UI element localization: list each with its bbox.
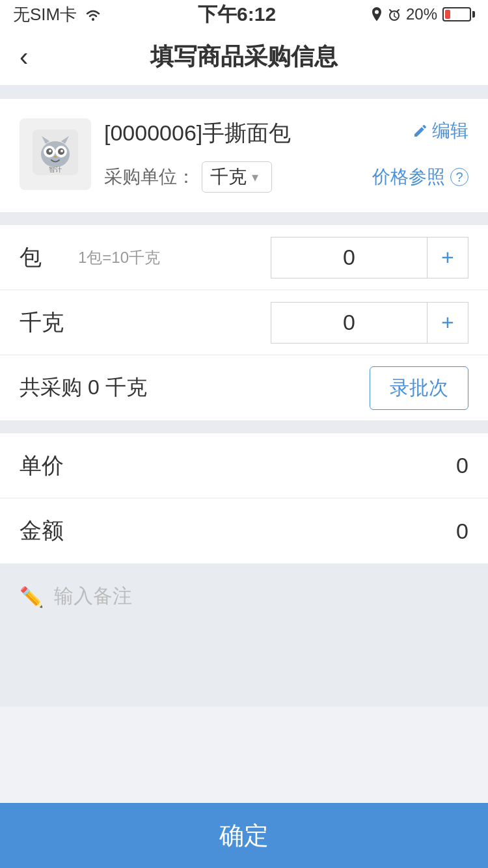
- pencil-icon: ✏️: [20, 586, 44, 608]
- svg-point-9: [61, 150, 63, 152]
- unit-select[interactable]: 千克 ▾: [202, 161, 272, 193]
- status-left: 无SIM卡: [13, 3, 103, 26]
- alarm-icon: [388, 7, 401, 21]
- amount-value: 0: [456, 519, 468, 544]
- bao-quantity-control: +: [271, 237, 468, 278]
- unit-value: 千克: [210, 165, 247, 189]
- unit-label: 采购单位：: [104, 165, 195, 189]
- section-divider-3: [0, 420, 488, 433]
- record-batch-button[interactable]: 录批次: [370, 366, 468, 410]
- back-button[interactable]: ‹: [20, 42, 28, 72]
- amount-label: 金额: [20, 516, 64, 546]
- input-section: 包 1包=10千克 + 千克 +: [0, 225, 488, 355]
- section-divider-1: [0, 86, 488, 99]
- bao-quantity-input[interactable]: [271, 237, 427, 278]
- location-icon: [371, 7, 383, 21]
- status-time: 下午6:12: [198, 1, 276, 28]
- unit-price-value: 0: [456, 453, 468, 478]
- carrier-label: 无SIM卡: [13, 3, 77, 26]
- unit-price-row: 单价 0: [0, 433, 488, 498]
- price-ref-button[interactable]: 价格参照 ?: [372, 165, 468, 189]
- battery-percent: 20%: [406, 5, 437, 23]
- product-unit-row: 采购单位： 千克 ▾ 价格参照 ?: [104, 161, 468, 193]
- kg-quantity-control: +: [271, 302, 468, 344]
- total-label: 共采购 0 千克: [20, 373, 147, 402]
- status-bar: 无SIM卡 下午6:12 20%: [0, 0, 488, 29]
- edit-icon: [413, 123, 428, 139]
- edit-label: 编辑: [432, 118, 468, 143]
- product-image: 智计: [20, 118, 91, 190]
- product-logo: 智计: [33, 129, 78, 179]
- kg-input-row: 千克 +: [0, 290, 488, 355]
- edit-button[interactable]: 编辑: [413, 118, 468, 143]
- wifi-icon: [83, 7, 103, 21]
- remark-placeholder: 输入备注: [54, 583, 132, 610]
- chevron-down-icon: ▾: [252, 169, 258, 185]
- product-card: 智计 [0000006]手撕面包 编辑 采购单位： 千克 ▾ 价格参照: [0, 99, 488, 212]
- bao-label: 包: [20, 243, 72, 273]
- bottom-spacer: [0, 642, 488, 707]
- amount-row: 金额 0: [0, 498, 488, 563]
- product-info: [0000006]手撕面包 编辑 采购单位： 千克 ▾ 价格参照 ?: [104, 118, 468, 193]
- total-row: 共采购 0 千克 录批次: [0, 355, 488, 420]
- confirm-button[interactable]: 确定: [0, 803, 488, 868]
- help-icon: ?: [450, 168, 468, 186]
- bao-sublabel: 1包=10千克: [78, 247, 271, 268]
- kg-plus-button[interactable]: +: [427, 302, 468, 344]
- bao-input-row: 包 1包=10千克 +: [0, 225, 488, 290]
- svg-point-8: [49, 150, 51, 152]
- page-title: 填写商品采购信息: [150, 41, 338, 73]
- nav-bar: ‹ 填写商品采购信息: [0, 29, 488, 86]
- kg-label: 千克: [20, 308, 72, 338]
- section-divider-2: [0, 212, 488, 225]
- svg-point-0: [92, 18, 94, 21]
- kg-quantity-input[interactable]: [271, 302, 427, 344]
- battery-icon: [442, 7, 475, 21]
- price-section: 单价 0 金额 0: [0, 433, 488, 563]
- plus-icon-2: +: [441, 310, 454, 335]
- svg-text:智计: 智计: [49, 166, 62, 173]
- product-header: [0000006]手撕面包 编辑: [104, 118, 468, 148]
- confirm-label: 确定: [219, 819, 269, 852]
- price-ref-label: 价格参照: [372, 165, 445, 189]
- bao-plus-button[interactable]: +: [427, 237, 468, 278]
- status-right: 20%: [371, 5, 475, 23]
- remark-section[interactable]: ✏️ 输入备注: [0, 563, 488, 642]
- product-name: [0000006]手撕面包: [104, 118, 291, 148]
- plus-icon: +: [441, 245, 454, 270]
- unit-price-label: 单价: [20, 451, 64, 481]
